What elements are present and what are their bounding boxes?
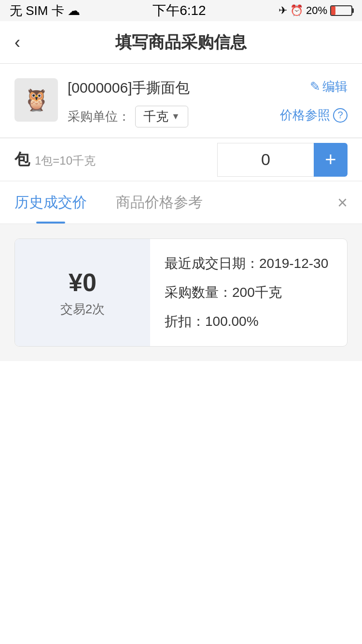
tab-active-indicator <box>36 222 65 224</box>
edit-label: 编辑 <box>322 78 348 95</box>
battery-icon <box>330 5 352 16</box>
history-details: 最近成交日期：2019-12-30 采购数量：200千克 折扣：100.00% <box>150 239 347 346</box>
quantity-input[interactable] <box>217 143 314 177</box>
history-qty-row: 采购数量：200千克 <box>165 282 333 303</box>
product-id: [0000006] <box>68 80 132 96</box>
purchase-qty-value: 200千克 <box>232 285 282 300</box>
quantity-plus-button[interactable]: + <box>314 143 348 177</box>
unit-value: 千克 <box>143 108 168 125</box>
tab-price-ref[interactable]: 商品价格参考 <box>116 182 203 224</box>
status-time: 下午6:12 <box>153 1 206 20</box>
tabs-bar: 历史成交价 商品价格参考 × <box>0 182 362 224</box>
unit-select[interactable]: 千克 ▼ <box>135 106 188 127</box>
discount-value: 100.00% <box>205 314 259 329</box>
price-ref-button[interactable]: 价格参照 ? <box>280 107 348 124</box>
battery-percent: 20% <box>306 4 327 17</box>
quantity-row: 包 1包=10千克 + <box>0 138 362 181</box>
quantity-conversion: 1包=10千克 <box>35 153 96 168</box>
status-right: ✈ ⏰ 20% <box>278 4 352 17</box>
history-price-block: ¥0 交易2次 <box>15 239 150 346</box>
product-title: 手撕面包 <box>132 80 190 96</box>
tab-close-button[interactable]: × <box>337 193 348 213</box>
battery-fill <box>331 6 335 15</box>
nav-bar: ‹ 填写商品采购信息 <box>0 21 362 64</box>
product-name: [0000006]手撕面包 <box>68 78 190 98</box>
product-right: ✎ 编辑 价格参照 ? <box>280 78 348 124</box>
discount-label: 折扣： <box>165 314 205 329</box>
tab-history-label: 历史成交价 <box>14 193 87 212</box>
product-header: 🦉 [0000006]手撕面包 采购单位： 千克 ▼ ✎ 编辑 <box>14 78 348 127</box>
status-bar: 无 SIM 卡 ☁ 下午6:12 ✈ ⏰ 20% <box>0 0 362 21</box>
question-icon: ? <box>337 110 343 121</box>
product-unit-row: 采购单位： 千克 ▼ <box>68 106 190 127</box>
product-thumbnail-icon: 🦉 <box>23 87 50 112</box>
history-discount-row: 折扣：100.00% <box>165 311 333 332</box>
back-button[interactable]: ‹ <box>14 32 43 53</box>
alarm-icon: ⏰ <box>290 4 303 17</box>
white-area <box>0 361 362 644</box>
price-ref-label: 价格参照 <box>280 107 330 124</box>
history-price: ¥0 <box>69 268 97 297</box>
tab-history-price[interactable]: 历史成交价 <box>14 182 87 224</box>
recent-date-value: 2019-12-30 <box>259 256 328 271</box>
quantity-unit: 包 <box>14 149 30 170</box>
plus-icon: + <box>325 149 336 170</box>
history-section: ¥0 交易2次 最近成交日期：2019-12-30 采购数量：200千克 折扣：… <box>0 224 362 361</box>
edit-icon: ✎ <box>310 79 320 94</box>
history-card: ¥0 交易2次 最近成交日期：2019-12-30 采购数量：200千克 折扣：… <box>14 238 348 347</box>
quantity-label-block: 包 1包=10千克 <box>14 149 96 170</box>
product-info: [0000006]手撕面包 采购单位： 千克 ▼ <box>68 78 190 127</box>
unit-arrow-icon: ▼ <box>171 112 180 122</box>
recent-date-label: 最近成交日期： <box>165 256 259 271</box>
history-date-row: 最近成交日期：2019-12-30 <box>165 253 333 274</box>
product-image: 🦉 <box>14 78 58 122</box>
status-left: 无 SIM 卡 ☁ <box>10 2 80 19</box>
unit-label: 采购单位： <box>68 108 130 125</box>
product-card: 🦉 [0000006]手撕面包 采购单位： 千克 ▼ ✎ 编辑 <box>0 64 362 137</box>
quantity-input-block: + <box>217 143 348 177</box>
purchase-qty-label: 采购数量： <box>165 285 232 300</box>
tabs-left: 历史成交价 商品价格参考 <box>14 182 203 224</box>
page-title: 填写商品采购信息 <box>115 31 247 54</box>
edit-button[interactable]: ✎ 编辑 <box>310 78 348 95</box>
price-ref-icon: ? <box>333 108 348 123</box>
history-trades: 交易2次 <box>60 301 105 318</box>
signal-text: 无 SIM 卡 ☁ <box>10 2 80 19</box>
product-left: 🦉 [0000006]手撕面包 采购单位： 千克 ▼ <box>14 78 190 127</box>
location-icon: ✈ <box>278 4 287 17</box>
tab-price-ref-label: 商品价格参考 <box>116 193 203 212</box>
